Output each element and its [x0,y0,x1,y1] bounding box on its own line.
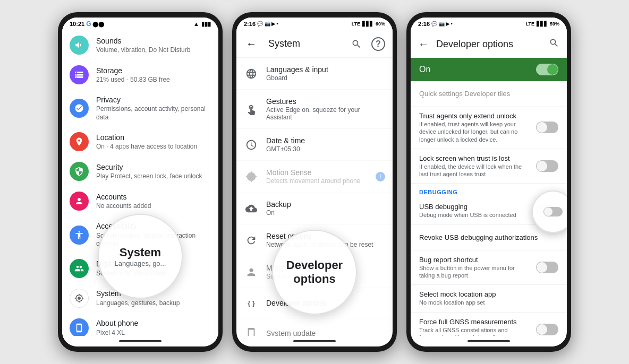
dev-item-bugreport[interactable]: Bug report shortcut Show a button in the… [411,250,567,285]
accounts-text: Accounts No accounts added [96,192,211,211]
gestures-text: Gestures Active Edge on, squeeze for you… [266,97,385,121]
usb-toggle-container [536,205,558,217]
phone-2: 2:16 💬 📷 ▶ • LTE ▋▋▋ 60% ← System ? [232,12,397,352]
phone1-zoom-sub: Languages, go... [115,259,166,267]
phone3-signal: ▋▋▋ [537,21,548,27]
settings-item-privacy[interactable]: Privacy Permissions, account activity, p… [62,90,218,127]
dev-item-quicksettings[interactable]: Quick settings Developer tiles [411,81,567,107]
backup-title: Backup [266,200,385,209]
storage-icon [70,65,89,84]
phone3-search-button[interactable] [549,38,559,50]
phone2-back-button[interactable]: ← [244,37,259,51]
dev-item-mocklocation[interactable]: Select mock location app No mock locatio… [411,285,567,312]
phone3-status-right: LTE ▋▋▋ 59% [526,21,559,27]
phone2-battery: 60% [376,21,385,27]
settings-item-location[interactable]: Location On · 4 apps have access to loca… [62,127,218,157]
phone2-lte: LTE [352,21,360,27]
phone3-header: ← Developer options [411,30,567,58]
lockscreen-text: Lock screen when trust is lost If enable… [419,154,531,178]
accounts-icon [70,192,89,211]
phone2-status-bar: 2:16 💬 📷 ▶ • LTE ▋▋▋ 60% [236,18,393,30]
phone3-on-label: On [419,65,536,74]
location-text: Location On · 4 apps have access to loca… [96,133,211,151]
phone3-on-toggle[interactable] [536,64,558,75]
phone3-lte: LTE [526,21,534,27]
trustagents-toggle[interactable] [536,122,558,133]
system-subtitle: Languages, gestures, backup [96,299,211,308]
settings-item-storage[interactable]: Storage 21% used - 50.83 GB free [62,60,218,90]
phone1-wifi-icon: ▲ [193,21,199,27]
lockscreen-toggle[interactable] [536,160,558,172]
trustagents-toggle-thumb [537,122,547,133]
dev-item-usbdebugging[interactable]: USB debugging Debug mode when USB is con… [411,197,567,224]
settings-item-security[interactable]: Security Play Protect, screen lock, face… [62,157,218,186]
motion-sub: Detects movement around phone [266,177,368,185]
phone2-home-indicator [236,336,393,346]
security-subtitle: Play Protect, screen lock, face unlock [96,172,211,181]
usb-circle-toggle-thumb [544,207,552,216]
motion-icon [244,169,259,184]
phone2-search-button[interactable] [349,37,364,51]
languages-title: Languages & input [266,65,385,74]
revoke-text: Revoke USB debugging authorizations [419,233,558,241]
phone3-toggle-thumb [547,64,558,75]
phone1-battery-icon: ▮▮▮ [201,21,211,28]
usb-circle-toggle[interactable] [543,207,563,216]
phone2-circle-zoom: Developer options [272,230,357,315]
phone3-battery: 59% [550,21,559,27]
dev-item-lockscreen[interactable]: Lock screen when trust is lost If enable… [411,149,567,184]
gnss-toggle[interactable] [536,324,558,335]
phone1-time: 10:21 [70,21,84,27]
reset-icon [244,233,259,248]
datetime-text: Date & time GMT+05:30 [266,136,385,153]
languages-sub: Gboard [266,74,385,82]
usbdebugging-sub: Debug mode when USB is connected [419,211,531,219]
digital-icon [70,259,89,278]
settings-item-sounds[interactable]: Sounds Volume, vibration, Do Not Disturb [62,30,218,60]
bugreport-toggle[interactable] [536,262,558,273]
about-subtitle: Pixel 4 XL [96,329,211,336]
security-title: Security [96,162,211,172]
storage-text: Storage 21% used - 50.83 GB free [96,66,211,84]
about-title: About phone [96,318,211,328]
phone2-help-button[interactable]: ? [371,37,385,51]
location-icon [70,132,89,151]
system-item-sysupdate[interactable]: System update [236,318,393,336]
phone3-status-bar: 2:16 💬 📷 ▶ • LTE ▋▋▋ 59% [411,18,567,30]
phone-1: 10:21 G ⬤⬤ ▲ ▮▮▮ Sounds Volume, vibratio… [58,12,223,352]
dev-item-trustagents[interactable]: Trust agents only extend unlock If enabl… [411,107,567,149]
phone2-header-title: System [268,38,342,49]
devopt-icon: { } [244,296,259,310]
backup-text: Backup On [266,200,385,216]
phone-3: 2:16 💬 📷 ▶ • LTE ▋▋▋ 59% ← Developer opt… [406,12,571,352]
languages-icon [244,66,259,81]
phone3-header-title: Developer options [436,39,543,50]
phone3-home-bar [468,340,510,342]
dev-item-gnss[interactable]: Force full GNSS measurements Track all G… [411,313,567,336]
gestures-icon [244,102,259,117]
settings-item-about[interactable]: About phone Pixel 4 XL [62,313,218,336]
privacy-icon [70,99,89,118]
phone3-on-bar: On [411,58,567,81]
phone3-back-button[interactable]: ← [418,38,429,50]
multiuser-icon [244,265,259,280]
system-item-gestures[interactable]: Gestures Active Edge on, squeeze for you… [236,90,393,129]
system-item-backup[interactable]: Backup On [236,193,393,224]
phone3-icons: 💬 📷 ▶ • [431,21,453,27]
system-item-datetime[interactable]: Date & time GMT+05:30 [236,129,393,161]
phone1-google-logo: G [86,20,91,28]
datetime-sub: GMT+05:30 [266,145,385,153]
system-icon [70,289,89,308]
lockscreen-title: Lock screen when trust is lost [419,154,531,162]
system-item-languages[interactable]: Languages & input Gboard [236,58,393,90]
phone2-signal: ▋▋▋ [362,21,373,27]
phone1-home-bar [119,340,162,342]
gestures-title: Gestures [266,97,385,106]
system-item-motion[interactable]: Motion Sense Detects movement around pho… [236,161,393,193]
phone1-circle-zoom: System Languages, go... [98,214,183,299]
settings-item-accounts[interactable]: Accounts No accounts added [62,186,218,216]
phone2-header: ← System ? [236,30,393,58]
sounds-icon [70,36,89,55]
usbdebugging-text: USB debugging Debug mode when USB is con… [419,203,531,219]
storage-title: Storage [96,66,211,75]
